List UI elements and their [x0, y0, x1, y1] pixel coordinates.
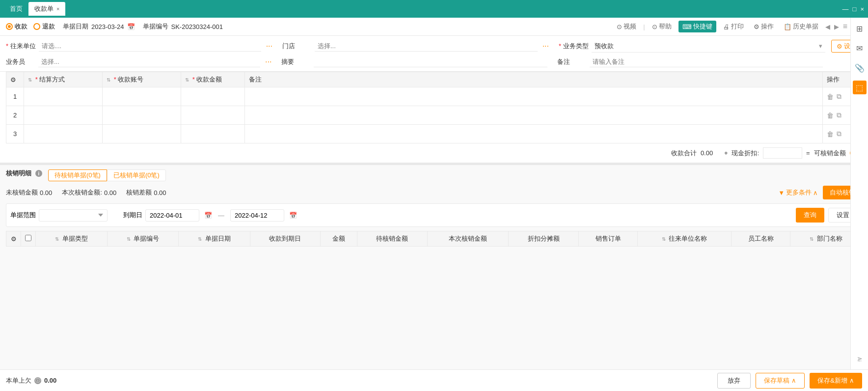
query-btn[interactable]: 查询 — [796, 208, 824, 223]
sidebar-mail-icon[interactable]: ✉ — [853, 41, 867, 55]
row-3-method[interactable] — [24, 125, 103, 143]
discount-input[interactable] — [763, 147, 802, 159]
calendar-icon[interactable]: 📅 — [127, 23, 135, 30]
sidebar-table-icon[interactable]: ⊞ — [853, 22, 867, 35]
footer-left: 本单上欠 ⓘ 0.00 — [6, 376, 56, 385]
remark-input[interactable] — [590, 56, 823, 67]
writeoff-table: ⚙ ⇅ 单据类型 ⇅ 单据编号 ⇅ 单据日期 — [6, 231, 862, 247]
row-1-amount[interactable] — [181, 87, 245, 106]
row-3-remark[interactable] — [245, 125, 823, 143]
counterpart-input[interactable] — [39, 41, 261, 52]
due-date-from[interactable] — [145, 209, 199, 222]
calendar-to-icon[interactable]: 📅 — [289, 212, 297, 219]
col-settings[interactable]: ⚙ — [6, 72, 24, 87]
refund-radio[interactable]: 退款 — [33, 22, 55, 31]
staff-field: 业务员 ··· — [6, 56, 271, 67]
tab-pending[interactable]: 待核销单据(0笔) — [48, 169, 107, 181]
counterpart-more-icon[interactable]: ··· — [266, 42, 272, 51]
row-2-amount[interactable] — [181, 106, 245, 125]
window-controls: — □ × — [842, 5, 864, 13]
toolbar-actions: ⊙ 视频 | ⊙ 帮助 ⌨ 快捷键 🖨 打印 ⚙ 操作 📋 历史单据 — [614, 21, 862, 32]
col-pending-label: 待核销金额 — [376, 235, 408, 242]
dropdown-icon: ▾ — [819, 42, 822, 50]
window-close-icon[interactable]: × — [860, 5, 864, 13]
footer-info-icon[interactable]: ⓘ — [34, 377, 41, 384]
shop-more-icon[interactable]: ··· — [542, 42, 549, 51]
this-writeoff-value: 0.00 — [104, 189, 116, 196]
save-new-btn[interactable]: 保存&新增 ∧ — [810, 373, 862, 389]
row-1-remark[interactable] — [245, 87, 823, 106]
video-icon: ⊙ — [617, 23, 622, 30]
maximize-icon[interactable]: □ — [853, 5, 857, 13]
row-1-delete-icon[interactable]: 🗑 — [827, 93, 834, 101]
business-type-select[interactable]: 预收款 ▾ — [592, 40, 825, 53]
total-value: 0.00 — [701, 149, 720, 157]
summary-input[interactable] — [314, 56, 547, 67]
row-2-account[interactable] — [103, 106, 181, 125]
tab-done-label: 已核销单据(0笔) — [113, 171, 160, 179]
draft-chevron-icon: ∧ — [791, 377, 796, 384]
print-btn[interactable]: 🖨 打印 — [720, 21, 747, 32]
tab-receipt-label: 收款单 — [34, 4, 54, 13]
row-3-amount[interactable] — [181, 125, 245, 143]
video-btn[interactable]: ⊙ 视频 — [614, 21, 639, 32]
row-3-account[interactable] — [103, 125, 181, 143]
form-row-1: 往来单位 ··· 门店 ··· 业务类型 预收款 ▾ ⚙ 设置 — [6, 40, 862, 53]
row-1-copy-icon[interactable]: ⧉ — [837, 92, 841, 101]
receipt-radio-circle — [6, 23, 13, 30]
range-select[interactable] — [39, 209, 108, 222]
history-btn[interactable]: 📋 历史单据 — [781, 21, 821, 32]
nav-prev-icon[interactable]: ◀ — [825, 23, 830, 30]
row-3-copy-icon[interactable]: ⧉ — [837, 130, 841, 138]
shortcut-btn[interactable]: ⌨ 快捷键 — [678, 21, 716, 32]
discard-btn[interactable]: 放弃 — [717, 373, 751, 389]
summary-label: 摘要 — [281, 57, 311, 66]
staff-input[interactable] — [38, 56, 260, 67]
col-amount-header: 金额 — [320, 231, 357, 247]
receipt-radio[interactable]: 收款 — [6, 22, 27, 31]
col-amount-label: 金额 — [332, 235, 345, 242]
writeoff-info-icon[interactable]: i — [35, 170, 42, 177]
more-conditions-link[interactable]: ▼ 更多条件 ∧ — [778, 188, 818, 197]
minimize-icon[interactable]: — — [842, 5, 849, 13]
select-all-checkbox[interactable] — [25, 235, 31, 241]
number-label: 单据编号 — [143, 22, 168, 31]
tab-close-icon[interactable]: × — [56, 6, 59, 12]
table-row: 1 🗑 ⧉ — [6, 87, 862, 106]
row-2-delete-icon[interactable]: 🗑 — [827, 112, 834, 119]
settings-gear-icon: ⚙ — [837, 43, 842, 50]
tab-home-label: 首页 — [10, 4, 23, 13]
history-btn-label: 历史单据 — [793, 22, 818, 31]
col-type-label: 单据类型 — [62, 235, 88, 242]
settings-bottom-icon[interactable]: ⚙ — [11, 235, 17, 243]
tab-pending-label: 待核销单据(0笔) — [54, 171, 101, 179]
operation-btn[interactable]: ⚙ 操作 — [751, 21, 777, 32]
form-area: 往来单位 ··· 门店 ··· 业务类型 预收款 ▾ ⚙ 设置 — [0, 36, 868, 72]
row-2-remark[interactable] — [245, 106, 823, 125]
draft-btn[interactable]: 保存草稿 ∧ — [756, 373, 805, 389]
available-label: 可核销金额 — [814, 149, 846, 158]
row-1-account[interactable] — [103, 87, 181, 106]
sort-date-icon: ⇅ — [198, 236, 202, 242]
row-3-delete-icon[interactable]: 🗑 — [827, 130, 834, 138]
discount-label: 现金折扣: — [732, 149, 759, 158]
shop-input[interactable] — [315, 41, 538, 52]
tab-done[interactable]: 已核销单据(0笔) — [107, 169, 166, 181]
row-1-method[interactable] — [24, 87, 103, 106]
row-2-copy-icon[interactable]: ⧉ — [837, 111, 841, 119]
due-date-to[interactable] — [230, 209, 284, 222]
form-row-2: 业务员 ··· 摘要 备注 — [6, 56, 862, 67]
sidebar-attach-icon[interactable]: 📎 — [853, 61, 867, 75]
calendar-from-icon[interactable]: 📅 — [204, 212, 212, 219]
staff-more-icon[interactable]: ··· — [265, 57, 271, 66]
sidebar-screen-icon[interactable]: ⬚ — [853, 81, 867, 94]
date-value[interactable]: 2023-03-24 — [91, 23, 124, 30]
row-2-method[interactable] — [24, 106, 103, 125]
nav-next-icon[interactable]: ▶ — [834, 23, 839, 30]
help-btn[interactable]: ⊙ 帮助 — [649, 21, 675, 32]
sort-icon-2: ⇅ — [107, 77, 110, 83]
list-icon[interactable]: ≡ — [843, 22, 847, 31]
tab-home[interactable]: 首页 — [4, 2, 28, 16]
tab-receipt[interactable]: 收款单 × — [28, 2, 65, 16]
col-order-header: 销售订单 — [578, 231, 637, 247]
